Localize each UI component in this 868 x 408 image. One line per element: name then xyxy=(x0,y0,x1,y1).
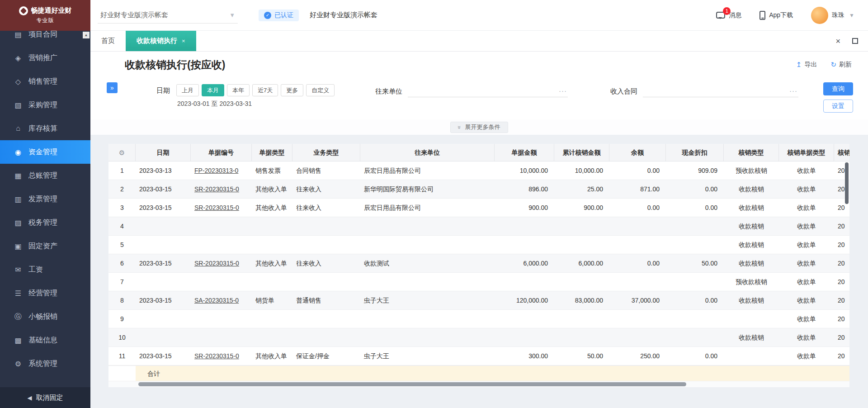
date-option-上月[interactable]: 上月 xyxy=(176,84,199,96)
date-option-自定义[interactable]: 自定义 xyxy=(306,84,335,96)
sidebar-item-system[interactable]: ⚙系统管理 xyxy=(0,352,90,375)
doc-number-link[interactable]: SR-20230315-0 xyxy=(194,185,239,193)
horizontal-scrollbar-thumb[interactable] xyxy=(138,382,686,386)
system-icon: ⚙ xyxy=(14,360,23,368)
messages-button[interactable]: 1 消息 xyxy=(716,11,741,19)
column-header[interactable]: 核销单据类型 xyxy=(779,144,834,161)
cell-written_off xyxy=(554,310,609,328)
horizontal-scrollbar[interactable] xyxy=(108,381,849,387)
cell-doc_no xyxy=(191,217,252,235)
sidebar-item-payroll[interactable]: ✉工资 xyxy=(0,258,90,281)
table-row[interactable]: 5收款核销收款单20 xyxy=(108,236,849,254)
column-header[interactable]: 业务类型 xyxy=(292,144,360,161)
close-icon[interactable]: × xyxy=(835,37,840,45)
column-header[interactable]: 单据编号 xyxy=(191,144,252,161)
tab-active-label: 收款核销执行 xyxy=(137,37,177,45)
user-menu[interactable]: 珠珠 ▼ xyxy=(811,7,854,24)
table-row[interactable]: 12023-03-13FP-20230313-0销售发票合同销售辰宏日用品有限公… xyxy=(108,161,849,180)
certified-check-icon: ✓ xyxy=(264,12,271,19)
query-button[interactable]: 查询 xyxy=(823,82,853,95)
column-header[interactable]: 单据金额 xyxy=(495,144,554,161)
tab-receipt-writeoff[interactable]: 收款核销执行 × xyxy=(126,31,196,51)
table-row[interactable]: 22023-03-15SR-20230315-0其他收入单往来收入新华明国际贸易… xyxy=(108,180,849,199)
account-set-select[interactable]: 好业财专业版演示帐套 ▼ xyxy=(98,7,238,24)
sidebar-item-expense[interactable]: Ⓖ小畅报销 xyxy=(0,305,90,328)
cell-date xyxy=(136,328,191,346)
table-row[interactable]: 62023-03-15SR-20230315-0其他收入单往来收入收款测试6,0… xyxy=(108,254,849,273)
doc-number-link[interactable]: SR-20230315-0 xyxy=(194,352,239,360)
table-body: 12023-03-13FP-20230313-0销售发票合同销售辰宏日用品有限公… xyxy=(108,161,849,365)
cell-doc_type: 其他收入单 xyxy=(252,199,292,217)
cell-discount xyxy=(666,236,724,254)
cell-written_off: 83,000.00 xyxy=(554,291,609,309)
table-row[interactable]: 9收款单20 xyxy=(108,310,849,328)
column-header[interactable]: 累计核销金额 xyxy=(554,144,609,161)
tab-home[interactable]: 首页 xyxy=(90,31,126,51)
doc-number-link[interactable]: SA-20230315-0 xyxy=(194,297,239,304)
date-option-近7天[interactable]: 近7天 xyxy=(252,84,278,96)
partner-input[interactable]: ··· xyxy=(408,85,568,97)
sidebar-item-purchase[interactable]: ▧采购管理 xyxy=(0,93,90,117)
table-row[interactable]: 112023-03-15SR-20230315-0其他收入单保证金/押金虫子大王… xyxy=(108,347,849,365)
date-option-本月[interactable]: 本月 xyxy=(202,84,224,96)
doc-number-link[interactable]: SR-20230315-0 xyxy=(194,260,239,267)
expand-more-button[interactable]: » 展开更多条件 xyxy=(450,122,508,133)
user-name: 珠珠 xyxy=(832,11,844,19)
cell-balance: 250.00 xyxy=(609,347,666,365)
table-row[interactable]: 10收款核销收款单20 xyxy=(108,328,849,347)
sidebar-item-funds[interactable]: ◉资金管理 xyxy=(0,140,90,164)
export-label: 导出 xyxy=(804,61,817,69)
sidebar-item-label: 小畅报销 xyxy=(28,312,57,322)
sidebar-item-inventory[interactable]: ⌂库存核算 xyxy=(0,117,90,140)
column-header[interactable]: 日期 xyxy=(136,144,191,161)
date-option-更多[interactable]: 更多 xyxy=(281,84,303,96)
contract-input[interactable]: ··· xyxy=(643,85,798,97)
sidebar-item-invoice[interactable]: ▥发票管理 xyxy=(0,187,90,211)
sidebar-item-general-ledger[interactable]: ▦总账管理 xyxy=(0,164,90,187)
app-download-button[interactable]: App下载 xyxy=(760,11,793,20)
sidebar-scroll-up-icon[interactable]: ▲ xyxy=(83,32,90,38)
column-header[interactable]: 往来单位 xyxy=(360,144,495,161)
date-option-本年[interactable]: 本年 xyxy=(227,84,250,96)
sidebar-item-operations[interactable]: ☰经营管理 xyxy=(0,281,90,305)
gear-icon[interactable]: ⚙ xyxy=(112,144,132,161)
ellipsis-icon[interactable]: ··· xyxy=(789,87,797,95)
column-header[interactable]: 核销类型 xyxy=(724,144,779,161)
sidebar-item-fixed-assets[interactable]: ▣固定资产 xyxy=(0,234,90,258)
certified-label: 已认证 xyxy=(274,11,293,19)
column-header[interactable]: 核销 xyxy=(834,144,849,161)
doc-number-link[interactable]: FP-20230313-0 xyxy=(194,167,238,174)
cell-extra: 20 xyxy=(834,291,849,309)
vertical-scrollbar-thumb[interactable] xyxy=(845,162,849,204)
ellipsis-icon[interactable]: ··· xyxy=(559,87,567,95)
sidebar-item-label: 系统管理 xyxy=(28,359,57,369)
sidebar-item-marketing[interactable]: ◈营销推广 xyxy=(0,46,90,70)
sidebar-item-label: 税务管理 xyxy=(28,218,57,228)
column-header[interactable]: 现金折扣 xyxy=(666,144,724,161)
maximize-icon[interactable] xyxy=(852,38,858,44)
table-row[interactable]: 7预收款核销收款单20 xyxy=(108,273,849,291)
sidebar-item-project-contract[interactable]: ▤项目合同 xyxy=(0,31,90,46)
export-button[interactable]: ↥ 导出 xyxy=(796,61,817,69)
sidebar-item-tax[interactable]: ▨税务管理 xyxy=(0,211,90,234)
sidebar-item-base-info[interactable]: ▩基础信息 xyxy=(0,328,90,352)
column-header[interactable]: 余额 xyxy=(609,144,666,161)
sidebar-item-label: 总账管理 xyxy=(28,171,57,180)
doc-number-link[interactable]: SR-20230315-0 xyxy=(194,204,239,211)
sidebar-item-label: 工资 xyxy=(28,265,43,275)
cell-balance xyxy=(609,328,666,346)
table-row[interactable]: 32023-03-15SR-20230315-0其他收入单往来收入辰宏日用品有限… xyxy=(108,199,849,217)
cell-balance xyxy=(609,310,666,328)
cell-biz_type: 往来收入 xyxy=(292,180,360,198)
refresh-button[interactable]: ↻ 刷新 xyxy=(830,61,852,69)
unpin-button[interactable]: ◀ 取消固定 xyxy=(0,387,90,408)
date-range-value[interactable]: 2023-03-01 至 2023-03-31 xyxy=(176,100,335,108)
tab-close-icon[interactable]: × xyxy=(182,38,185,44)
sidebar-item-sales[interactable]: ◇销售管理 xyxy=(0,70,90,93)
table-row[interactable]: 82023-03-15SA-20230315-0销货单普通销售虫子大王120,0… xyxy=(108,291,849,310)
column-header[interactable]: 单据类型 xyxy=(252,144,292,161)
collapse-filters-button[interactable]: » xyxy=(107,82,118,93)
table-row[interactable]: 4收款核销收款单20 xyxy=(108,217,849,236)
settings-button[interactable]: 设置 xyxy=(823,100,853,113)
sidebar-item-label: 项目合同 xyxy=(28,31,57,39)
